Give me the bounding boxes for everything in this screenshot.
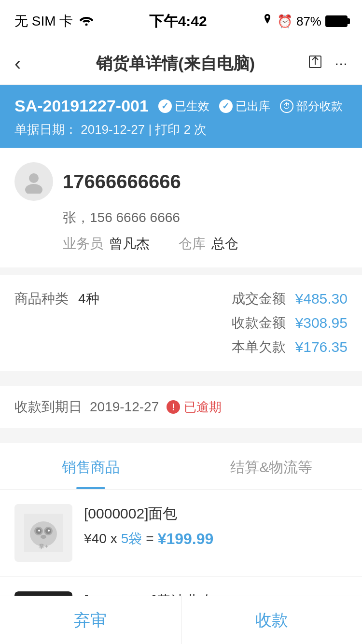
nav-bar: ‹ 销货单详情(来自电脑) ··· xyxy=(0,42,362,85)
svg-point-11 xyxy=(38,530,40,532)
customer-meta: 业务员 曾凡杰 仓库 总仓 xyxy=(14,235,348,253)
battery-text: 87% xyxy=(296,14,321,29)
status-right: ⏰ 87% xyxy=(262,13,348,30)
check-icon-2: ✓ xyxy=(219,99,233,113)
more-icon[interactable]: ··· xyxy=(334,55,348,72)
warehouse-item: 仓库 总仓 xyxy=(179,235,238,253)
category-label: 商品种类 xyxy=(14,290,69,308)
amount-value: ¥485.30 xyxy=(295,291,348,307)
tabs-row: 销售商品 结算&物流等 xyxy=(0,443,362,490)
status-bar: 无 SIM 卡 下午4:42 ⏰ 87% xyxy=(0,0,362,42)
product-price-row-1: ¥40 x 5袋 = ¥199.99 xyxy=(84,530,348,548)
order-date: 2019-12-27 xyxy=(81,122,145,137)
tab-settlement[interactable]: 结算&物流等 xyxy=(181,443,362,489)
list-item: 掌+ [0000002]面包 ¥40 x 5袋 = ¥199.99 xyxy=(0,490,362,577)
owed-label: 本单欠款 xyxy=(232,338,286,356)
check-icon: ✓ xyxy=(158,99,172,113)
warehouse-value: 总仓 xyxy=(211,235,238,253)
cancel-label: 弃审 xyxy=(74,609,107,631)
separator-2 xyxy=(0,428,362,435)
price-total-1: ¥199.99 xyxy=(158,530,214,548)
received-label: 收款金额 xyxy=(232,314,286,332)
multiply-icon-1: x xyxy=(111,531,117,546)
page-title: 销货单详情(来自电脑) xyxy=(96,53,255,75)
confirm-label: 收款 xyxy=(255,609,288,631)
badge-shipped: ✓ 已出库 xyxy=(219,98,270,114)
svg-point-12 xyxy=(48,530,50,532)
customer-section: 17666666666 张，156 6666 6666 业务员 曾凡杰 仓库 总… xyxy=(0,148,362,267)
product-info-1: [0000002]面包 ¥40 x 5袋 = ¥199.99 xyxy=(84,504,348,548)
stats-left: 商品种类 4种 xyxy=(14,290,99,308)
product-name-1: [0000002]面包 xyxy=(84,504,348,524)
price-base-1: ¥40 xyxy=(84,531,107,546)
footer: 弃审 收款 xyxy=(0,596,362,644)
category-count: 4种 xyxy=(78,290,99,308)
customer-row: 17666666666 xyxy=(14,162,348,201)
header-banner: SA-20191227-001 ✓ 已生效 ✓ 已出库 ⏱ 部分收款 单据日期：… xyxy=(0,85,362,148)
warehouse-label: 仓库 xyxy=(179,235,206,253)
badge-partial: ⏱ 部分收款 xyxy=(280,98,343,114)
order-id: SA-20191227-001 xyxy=(14,97,149,115)
sales-value: 曾凡杰 xyxy=(109,235,150,253)
customer-phone: 张，156 6666 6666 xyxy=(14,209,348,227)
nav-actions: ··· xyxy=(307,54,348,73)
salesperson-item: 业务员 曾凡杰 xyxy=(63,235,150,253)
status-left: 无 SIM 卡 xyxy=(14,12,94,30)
avatar xyxy=(14,162,53,201)
cancel-button[interactable]: 弃审 xyxy=(0,596,181,644)
tab-settlement-label: 结算&物流等 xyxy=(230,459,312,475)
received-value: ¥308.95 xyxy=(295,315,348,331)
stats-right: 成交金额 ¥485.30 收款金额 ¥308.95 本单欠款 ¥176.35 xyxy=(232,290,348,356)
overdue-text: 已逾期 xyxy=(184,399,222,416)
badge-shipped-label: 已出库 xyxy=(236,98,270,114)
wifi-icon xyxy=(79,14,94,29)
amount-label: 成交金额 xyxy=(232,290,286,308)
svg-point-4 xyxy=(25,184,42,194)
carrier-text: 无 SIM 卡 xyxy=(14,12,73,30)
location-icon xyxy=(262,13,273,30)
share-icon[interactable] xyxy=(307,54,323,73)
confirm-button[interactable]: 收款 xyxy=(181,596,362,644)
customer-name: 17666666666 xyxy=(63,171,181,193)
product-image-1: 掌+ xyxy=(14,504,72,562)
amount-row: 成交金额 ¥485.30 xyxy=(232,290,348,308)
owed-row: 本单欠款 ¥176.35 xyxy=(232,338,348,356)
svg-point-3 xyxy=(29,173,39,183)
due-label: 收款到期日 xyxy=(14,398,82,416)
print-text: | 打印 2 次 xyxy=(148,122,207,137)
stats-grid: 商品种类 4种 成交金额 ¥485.30 收款金额 ¥308.95 本单欠款 ¥… xyxy=(14,290,348,356)
clock-icon: ⏱ xyxy=(280,99,293,113)
date-label: 单据日期： xyxy=(14,122,77,137)
status-time: 下午4:42 xyxy=(149,12,207,31)
tabs-section: 销售商品 结算&物流等 xyxy=(0,443,362,490)
overdue-icon: ! xyxy=(167,400,180,414)
svg-point-0 xyxy=(85,24,88,26)
sales-label: 业务员 xyxy=(63,235,103,253)
back-button[interactable]: ‹ xyxy=(14,53,43,74)
due-date: 2019-12-27 xyxy=(90,399,159,415)
banner-date-row: 单据日期： 2019-12-27 | 打印 2 次 xyxy=(14,121,348,138)
svg-text:掌+: 掌+ xyxy=(39,543,48,550)
owed-value: ¥176.35 xyxy=(295,339,348,355)
badge-partial-label: 部分收款 xyxy=(296,98,343,114)
stats-section: 商品种类 4种 成交金额 ¥485.30 收款金额 ¥308.95 本单欠款 ¥… xyxy=(0,275,362,371)
banner-row1: SA-20191227-001 ✓ 已生效 ✓ 已出库 ⏱ 部分收款 xyxy=(14,97,348,115)
tab-sales-label: 销售商品 xyxy=(62,459,120,475)
badge-effective: ✓ 已生效 xyxy=(158,98,209,114)
received-row: 收款金额 ¥308.95 xyxy=(232,314,348,332)
alarm-icon: ⏰ xyxy=(277,14,292,29)
battery-icon xyxy=(325,15,348,27)
price-qty-1: 5袋 xyxy=(121,530,142,548)
equals-1: = xyxy=(146,531,153,546)
overdue-badge: ! 已逾期 xyxy=(167,399,222,416)
svg-point-13 xyxy=(41,535,46,539)
badge-effective-label: 已生效 xyxy=(175,98,209,114)
due-section: 收款到期日 2019-12-27 ! 已逾期 xyxy=(0,386,362,428)
tab-sales-products[interactable]: 销售商品 xyxy=(0,443,181,489)
separator-1 xyxy=(0,378,362,386)
